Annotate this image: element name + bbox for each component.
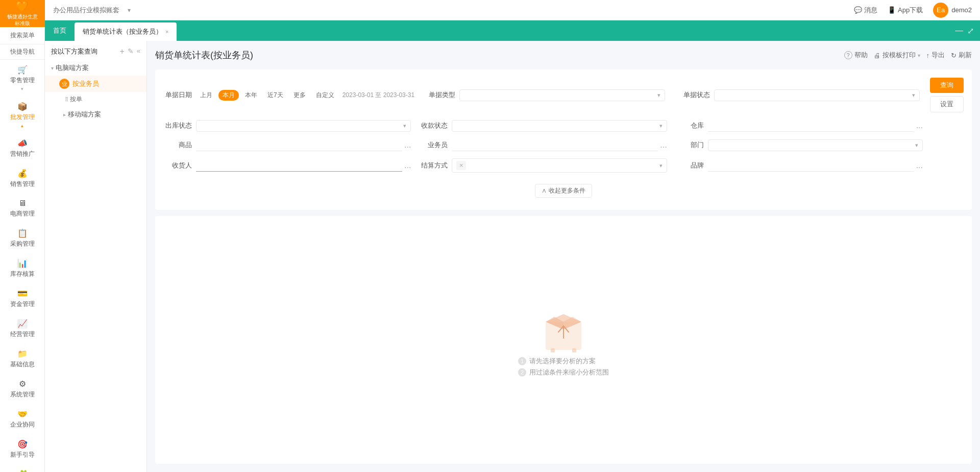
sidebar-item-ecommerce-label: 电商管理 — [10, 209, 35, 218]
brand-input[interactable] — [708, 159, 914, 172]
tree-group-desktop-arrow: ▾ — [51, 65, 54, 71]
date-label: 单据日期 — [163, 90, 192, 100]
warehouse-input[interactable] — [708, 120, 914, 132]
page-actions: ? 帮助 🖨 按模板打印 ▾ ↑ 导出 ↻ 刷新 — [844, 51, 972, 60]
salesperson-input[interactable] — [452, 139, 658, 151]
sidebar-item-sales[interactable]: 💰 销售管理 — [0, 163, 44, 194]
receive-status-select[interactable]: ▾ — [452, 120, 667, 132]
inventory-icon: 📊 — [17, 258, 28, 268]
receiver-dots-icon[interactable]: ... — [404, 161, 411, 170]
tab-close-icon[interactable]: × — [165, 29, 168, 35]
sidebar-item-basic[interactable]: 📁 基础信息 — [0, 344, 44, 374]
refresh-icon: ↻ — [951, 52, 957, 59]
edit-scheme-icon[interactable]: ✎ — [128, 47, 134, 56]
tree-group-desktop-header[interactable]: ▾ 电脑端方案 — [45, 60, 146, 76]
tab-minimize-icon[interactable]: — — [955, 26, 963, 35]
filter-row-1: 单据日期 上月 本月 本年 近7天 更多 自定义 2023-03-01 至 20… — [163, 78, 964, 112]
tab-home[interactable]: 首页 — [45, 20, 75, 41]
collapse-panel-icon[interactable]: « — [137, 47, 140, 56]
warehouse-dots-icon[interactable]: ... — [916, 121, 923, 130]
sidebar-item-purchase[interactable]: 📋 采购管理 — [0, 223, 44, 253]
doc-type-label: 单据类型 — [427, 90, 455, 100]
active-tab-label: 销货单统计表（按业务员） — [83, 27, 162, 36]
print-btn[interactable]: 🖨 按模板打印 ▾ — [874, 51, 920, 60]
add-scheme-icon[interactable]: + — [119, 47, 124, 56]
tab-maximize-icon[interactable]: ⤢ — [967, 26, 974, 36]
doc-status-select[interactable]: ▾ — [714, 89, 920, 101]
sidebar-item-retail-label: 零售管理 — [10, 76, 35, 85]
sidebar-item-retail[interactable]: 🛒 零售管理 ▾ — [0, 60, 44, 97]
sidebar-item-collab[interactable]: 🤝 企业协同 — [0, 404, 44, 434]
settlement-label: 结算方式 — [419, 161, 448, 170]
topbar-arrow-icon[interactable]: ▾ — [128, 7, 131, 14]
collapse-filters-btn[interactable]: ∧ 收起更多条件 — [535, 184, 592, 198]
avatar: Ea — [933, 3, 948, 18]
sidebar-item-operations-label: 经营管理 — [10, 330, 35, 339]
warehouse-label: 仓库 — [675, 121, 704, 130]
logo-sub: 标准版 — [15, 20, 30, 27]
marketing-icon: 📣 — [17, 138, 28, 148]
filter-out-status: 出库状态 ▾ — [163, 120, 411, 132]
topbar-right: 💬 消息 📱 App下载 Ea demo2 — [854, 3, 972, 18]
salesperson-dots-icon[interactable]: ... — [660, 140, 667, 150]
by-order-label: 按单 — [70, 95, 82, 104]
sidebar-item-operations[interactable]: 📈 经营管理 — [0, 314, 44, 344]
date-opt-thismonth[interactable]: 本月 — [218, 90, 239, 101]
settlement-tag: × — [456, 161, 466, 170]
sidebar-item-system[interactable]: ⚙ 系统管理 — [0, 374, 44, 404]
sidebar-item-marketing-label: 营销推广 — [10, 150, 35, 158]
date-opt-more[interactable]: 更多 — [289, 90, 310, 101]
print-label: 按模板打印 — [883, 51, 916, 60]
refresh-btn[interactable]: ↻ 刷新 — [951, 51, 972, 60]
sidebar-quicknav[interactable]: 快捷导航 — [0, 44, 44, 60]
date-opt-7days[interactable]: 近7天 — [263, 90, 287, 101]
date-opt-thisyear[interactable]: 本年 — [241, 90, 261, 101]
appstore-icon: 🧩 — [17, 469, 28, 472]
date-opt-lastmonth[interactable]: 上月 — [196, 90, 216, 101]
sidebar-item-finance[interactable]: 💳 资金管理 — [0, 284, 44, 314]
tree-group-mobile-header[interactable]: ▸ 移动端方案 — [45, 107, 146, 122]
doc-status-label: 单据状态 — [681, 90, 710, 100]
tab-sales-stats[interactable]: 销货单统计表（按业务员） × — [75, 22, 177, 41]
out-status-select[interactable]: ▾ — [196, 120, 411, 132]
filter-settlement: 结算方式 × ▾ — [419, 158, 667, 173]
sidebar-item-wholesale[interactable]: 📦 批发管理 ▴ — [0, 97, 44, 133]
filter-row-3: 商品 ... 业务员 ... 部门 ▾ — [163, 139, 964, 151]
tree-item-by-sales[interactable]: 业 按业务员 — [45, 76, 146, 92]
settlement-tag-close[interactable]: × — [459, 162, 463, 169]
goods-input[interactable] — [196, 139, 402, 151]
user-menu[interactable]: Ea demo2 — [933, 3, 972, 18]
date-opt-custom[interactable]: 自定义 — [312, 90, 338, 101]
sidebar-item-appstore[interactable]: 🧩 应用中心 — [0, 464, 44, 472]
left-panel-header: 按以下方案查询 + ✎ « — [45, 47, 146, 60]
sidebar-search[interactable]: 搜索菜单 — [0, 27, 44, 44]
doc-type-select[interactable]: ▾ — [459, 89, 665, 101]
goods-dots-icon[interactable]: ... — [404, 140, 411, 150]
svg-rect-5 — [551, 348, 555, 352]
doc-status-arrow-icon: ▾ — [912, 92, 915, 99]
filter-receive-status: 收款状态 ▾ — [419, 120, 667, 132]
sidebar-item-wholesale-label: 批发管理 — [10, 113, 35, 122]
message-btn[interactable]: 💬 消息 — [854, 6, 877, 15]
tree-item-by-order[interactable]: 𝄝 按单 — [45, 92, 146, 107]
sidebar-item-inventory[interactable]: 📊 库存核算 — [0, 253, 44, 284]
brand-dots-icon[interactable]: ... — [916, 161, 923, 170]
sidebar-item-newbie[interactable]: 🎯 新手引导 — [0, 434, 44, 464]
sidebar-item-marketing[interactable]: 📣 营销推广 — [0, 133, 44, 163]
tabs-actions: — ⤢ — [955, 26, 980, 36]
help-label: 帮助 — [854, 51, 868, 60]
sidebar-item-newbie-label: 新手引导 — [10, 451, 35, 459]
help-btn[interactable]: ? 帮助 — [844, 51, 868, 60]
dept-select[interactable]: ▾ — [708, 139, 923, 151]
appdownload-btn[interactable]: 📱 App下载 — [888, 6, 923, 15]
tabs-bar: 首页 销货单统计表（按业务员） × — ⤢ — [45, 20, 980, 41]
settlement-select[interactable]: × ▾ — [452, 158, 667, 173]
setting-button[interactable]: 设置 — [930, 96, 964, 112]
receiver-input[interactable] — [196, 159, 402, 172]
export-btn[interactable]: ↑ 导出 — [926, 51, 945, 60]
settlement-arrow-icon: ▾ — [659, 162, 663, 169]
sidebar-item-ecommerce[interactable]: 🖥 电商管理 — [0, 194, 44, 223]
tree-group-mobile-label: 移动端方案 — [68, 110, 101, 119]
query-button[interactable]: 查询 — [930, 78, 964, 93]
goods-label: 商品 — [163, 140, 192, 150]
